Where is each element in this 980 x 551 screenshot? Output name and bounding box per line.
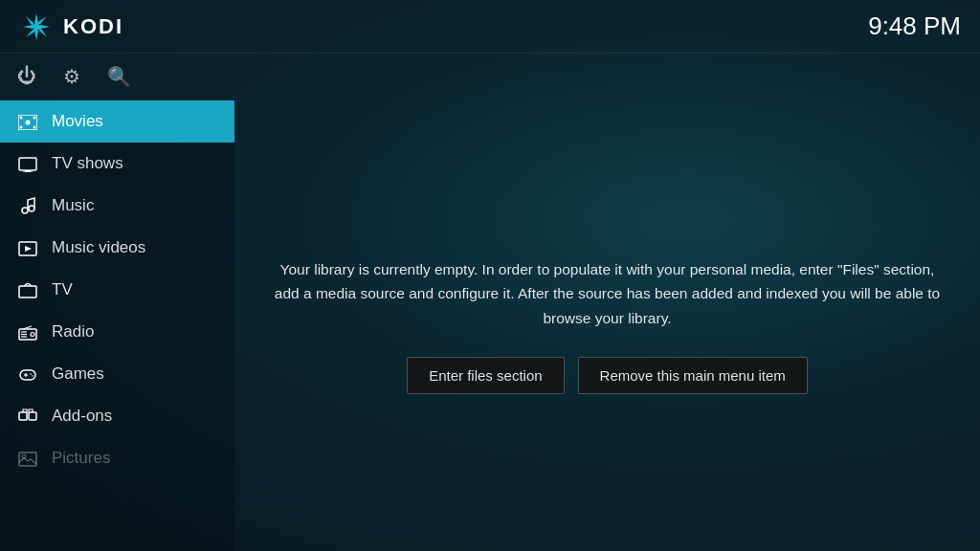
svg-point-13 [20,125,23,128]
svg-marker-1 [34,13,38,25]
message-box: Your library is currently empty. In orde… [273,257,942,395]
svg-point-12 [33,116,36,119]
sidebar-item-pictures[interactable]: Pictures [0,437,234,479]
svg-point-11 [20,116,23,119]
sidebar-label-games: Games [52,364,104,384]
sidebar-item-games[interactable]: Games [0,353,234,395]
sidebar-item-tv-shows[interactable]: TV shows [0,143,234,185]
sidebar-label-music-videos: Music videos [52,238,145,257]
library-empty-message: Your library is currently empty. In orde… [273,257,942,331]
svg-point-15 [26,120,31,124]
svg-point-9 [33,23,40,30]
svg-rect-21 [19,286,36,298]
svg-rect-32 [19,412,27,420]
add-ons-icon [17,408,38,426]
pictures-icon [17,450,38,467]
svg-marker-8 [26,30,35,37]
sidebar-label-add-ons: Add-ons [52,407,112,426]
enter-files-section-button[interactable]: Enter files section [407,357,564,394]
main-layout: Movies TV shows Music Music videos [0,100,980,551]
content-area: Your library is currently empty. In orde… [234,100,980,551]
svg-marker-7 [37,16,47,24]
sidebar-label-movies: Movies [52,112,103,131]
sidebar-item-radio[interactable]: Radio [0,311,234,353]
header: KODI 9:48 PM [0,0,980,53]
power-icon[interactable]: ⏻ [17,65,36,87]
sidebar-label-tv-shows: TV shows [52,154,123,173]
remove-menu-item-button[interactable]: Remove this main menu item [578,357,808,394]
logo-area: KODI [19,10,123,44]
svg-marker-4 [38,25,50,29]
svg-point-23 [31,332,34,336]
sidebar-label-radio: Radio [52,322,94,342]
clock-display: 9:48 PM [868,11,961,41]
svg-rect-34 [19,452,36,466]
sidebar: Movies TV shows Music Music videos [0,100,234,551]
sidebar-item-music[interactable]: Music [0,185,234,227]
action-buttons: Enter files section Remove this main men… [273,357,942,394]
svg-marker-6 [39,28,47,37]
sidebar-label-pictures: Pictures [52,449,110,468]
tv-icon [17,281,38,298]
kodi-logo-icon [19,10,54,44]
sidebar-item-add-ons[interactable]: Add-ons [0,395,234,437]
sidebar-item-music-videos[interactable]: Music videos [0,227,234,269]
radio-icon [17,323,38,341]
svg-point-30 [30,373,32,375]
settings-icon[interactable]: ⚙ [63,65,80,88]
app-title: KODI [63,14,123,39]
svg-point-31 [32,375,33,377]
svg-rect-16 [19,158,36,170]
svg-point-14 [33,125,36,128]
sidebar-label-music: Music [52,196,94,215]
sidebar-item-movies[interactable]: Movies [0,100,234,143]
games-icon [17,365,38,383]
svg-marker-5 [26,16,33,26]
svg-marker-20 [25,246,32,252]
sidebar-label-tv: TV [52,280,73,299]
tv-shows-icon [17,155,38,172]
svg-marker-3 [23,25,34,29]
sidebar-item-tv[interactable]: TV [0,269,234,311]
svg-rect-33 [29,412,36,420]
movies-icon [17,113,38,130]
svg-marker-2 [34,29,38,40]
search-icon[interactable]: 🔍 [107,65,131,88]
music-icon [17,197,38,215]
music-videos-icon [17,239,38,256]
top-nav: ⏻ ⚙ 🔍 [0,53,980,100]
